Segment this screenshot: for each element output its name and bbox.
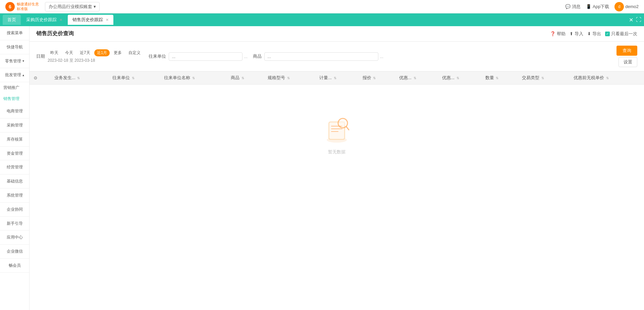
sidebar-item-member[interactable]: 畅会员 <box>0 259 29 273</box>
data-table: ⚙ 业务发生... ⇅ 往来单位 ⇅ 往来单位名称 ⇅ <box>30 71 644 182</box>
filter-bar: 日期 昨天 今天 近7天 近1月 更多 自定义 2023-02-18 至 202… <box>30 42 644 71</box>
date-tab-1month[interactable]: 近1月 <box>94 49 110 56</box>
message-btn[interactable]: 💬 消息 <box>565 4 581 10</box>
product-label: 商品 <box>253 53 262 59</box>
sidebar-item-quick-nav[interactable]: 快捷导航 <box>0 40 29 54</box>
gear-settings-icon[interactable]: ⚙ <box>34 75 38 81</box>
table-header: ⚙ 业务发生... ⇅ 往来单位 ⇅ 往来单位名称 ⇅ <box>30 71 644 85</box>
product-input[interactable] <box>264 52 378 61</box>
date-tab-today[interactable]: 今天 <box>62 49 76 56</box>
chevron-down-icon: ▾ <box>94 4 96 9</box>
app-selector[interactable]: 办公用品行业模拟账套 ▾ <box>45 2 100 11</box>
partner-filter-group: 往来单位 ... <box>149 52 248 61</box>
message-icon: 💬 <box>565 4 571 9</box>
sidebar-item-finance[interactable]: 资金管理 <box>0 147 29 161</box>
sort-icon: ⇅ <box>496 76 498 80</box>
maximize-icon[interactable]: ⛶ <box>636 17 641 23</box>
sidebar-item-app-center[interactable]: 应用中心 <box>0 230 29 245</box>
sidebar-item-corp-wechat[interactable]: 企业微信 <box>0 245 29 259</box>
sort-icon: ⇅ <box>606 76 609 80</box>
import-btn[interactable]: ⬆ 导入 <box>570 31 583 37</box>
sort-icon: ⇅ <box>414 76 416 80</box>
sidebar-item-newbie[interactable]: 新手引导 <box>0 217 29 231</box>
col-discount2[interactable]: 优惠... ⇅ <box>438 71 481 85</box>
export-btn[interactable]: ⬇ 导出 <box>587 31 601 37</box>
date-tab-custom[interactable]: 自定义 <box>126 49 143 56</box>
logo-text: 畅捷通好生意 标准版 <box>17 2 39 11</box>
sidebar-item-retail-mgmt[interactable]: 零售管理 ▾ <box>0 54 29 68</box>
top-bar: 6 畅捷通好生意 标准版 办公用品行业模拟账套 ▾ 💬 消息 📱 App下载 d… <box>0 0 644 13</box>
date-range-display: 2023-02-18 至 2023-03-18 <box>48 58 143 63</box>
tab-sales-history[interactable]: 销售历史价跟踪 ✕ <box>68 15 113 25</box>
only-last-checkbox-label[interactable]: ✓ 只看最后一次 <box>605 31 637 37</box>
sidebar-item-system[interactable]: 系统管理 <box>0 189 29 203</box>
product-dots-icon: ... <box>380 54 383 59</box>
content-area: 销售历史价查询 ❓ 帮助 ⬆ 导入 ⬇ 导出 ✓ 只看最后一次 <box>30 26 644 310</box>
col-biz-date[interactable]: 业务发生... ⇅ <box>50 71 108 85</box>
col-spec[interactable]: 规格型号 ⇅ <box>264 71 315 85</box>
sidebar-item-inventory[interactable]: 库存核算 <box>0 133 29 147</box>
date-label: 日期 <box>36 53 45 59</box>
empty-state: 暂无数据 <box>30 85 644 182</box>
sidebar-item-wholesale-mgmt[interactable]: 批发管理 ▴ <box>0 68 29 82</box>
page-actions: ❓ 帮助 ⬆ 导入 ⬇ 导出 ✓ 只看最后一次 <box>550 31 637 37</box>
logo-icon: 6 <box>5 2 15 11</box>
close-purchase-tab-icon[interactable]: ✕ <box>59 18 62 22</box>
sidebar-item-ecommerce[interactable]: 电商管理 <box>0 104 29 118</box>
empty-state-row: 暂无数据 <box>30 85 644 182</box>
help-btn[interactable]: ❓ 帮助 <box>550 31 566 37</box>
import-icon: ⬆ <box>570 31 573 36</box>
settings-button[interactable]: 设置 <box>619 57 637 67</box>
col-product[interactable]: 商品 ⇅ <box>227 71 264 85</box>
chevron-up-icon: ▴ <box>22 73 24 78</box>
svg-line-8 <box>346 126 349 130</box>
user-profile[interactable]: d demo2 <box>614 2 639 11</box>
col-unit[interactable]: 计量... ⇅ <box>315 71 358 85</box>
tab-purchase-history[interactable]: 采购历史价跟踪 ✕ <box>21 15 67 25</box>
export-icon: ⬇ <box>587 31 591 36</box>
page-title: 销售历史价查询 <box>36 30 74 37</box>
col-discount1[interactable]: 优惠... ⇅ <box>395 71 438 85</box>
top-bar-left: 6 畅捷通好生意 标准版 办公用品行业模拟账套 ▾ <box>5 2 100 11</box>
sidebar-item-sales-mgmt[interactable]: 销售管理 <box>0 93 29 104</box>
query-button[interactable]: 查询 <box>616 46 637 56</box>
only-last-checkbox[interactable]: ✓ <box>605 32 610 36</box>
top-bar-right: 💬 消息 📱 App下载 d demo2 <box>565 2 639 11</box>
app-download-btn[interactable]: 📱 App下载 <box>586 4 609 10</box>
partner-input[interactable] <box>169 52 243 61</box>
col-pre-tax[interactable]: 优惠前无税单价 ⇅ <box>570 71 644 85</box>
sidebar-item-marketing[interactable]: 营销推广 <box>0 82 29 93</box>
date-tab-more[interactable]: 更多 <box>111 49 124 56</box>
partner-dots-icon: ... <box>244 54 248 59</box>
tab-bar: 首页 采购历史价跟踪 ✕ 销售历史价跟踪 ✕ ✕ ⛶ <box>0 13 644 26</box>
svg-point-7 <box>339 120 346 126</box>
tab-home[interactable]: 首页 <box>3 15 21 25</box>
chevron-down-icon: ▾ <box>22 59 24 63</box>
col-partner-code[interactable]: 往来单位 ⇅ <box>108 71 160 85</box>
sidebar-item-purchase-mgmt[interactable]: 采购管理 <box>0 118 29 133</box>
col-price[interactable]: 报价 ⇅ <box>359 71 395 85</box>
sidebar-item-search-menu[interactable]: 搜索菜单 <box>0 26 29 40</box>
sidebar-item-basic-info[interactable]: 基础信息 <box>0 174 29 189</box>
col-trade-type[interactable]: 交易类型 ⇅ <box>518 71 570 85</box>
col-quantity[interactable]: 数量 ⇅ <box>481 71 518 85</box>
table-container: ⚙ 业务发生... ⇅ 往来单位 ⇅ 往来单位名称 ⇅ <box>30 71 644 310</box>
sort-icon: ⇅ <box>287 76 290 80</box>
empty-illustration <box>320 111 354 145</box>
sidebar-item-enterprise[interactable]: 企业协同 <box>0 203 29 217</box>
date-tab-yesterday[interactable]: 昨天 <box>48 49 61 56</box>
col-partner-name[interactable]: 往来单位名称 ⇅ <box>160 71 227 85</box>
sidebar-item-operations[interactable]: 经营管理 <box>0 160 29 174</box>
col-gear[interactable]: ⚙ <box>30 71 50 85</box>
partner-label: 往来单位 <box>149 53 166 59</box>
product-input-wrapper: ... <box>264 52 383 61</box>
logo-area: 6 畅捷通好生意 标准版 <box>5 2 39 11</box>
close-sales-tab-icon[interactable]: ✕ <box>106 18 109 22</box>
close-tab-action-icon[interactable]: ✕ <box>629 17 633 23</box>
filter-actions: 查询 设置 <box>616 46 637 67</box>
avatar: d <box>614 2 624 11</box>
date-tab-7days[interactable]: 近7天 <box>77 49 93 56</box>
sidebar: 搜索菜单 快捷导航 零售管理 ▾ 批发管理 ▴ 营销推广 销售管理 电商管理 采… <box>0 26 30 310</box>
sort-icon: ⇅ <box>541 76 544 80</box>
page-header: 销售历史价查询 ❓ 帮助 ⬆ 导入 ⬇ 导出 ✓ 只看最后一次 <box>30 26 644 42</box>
